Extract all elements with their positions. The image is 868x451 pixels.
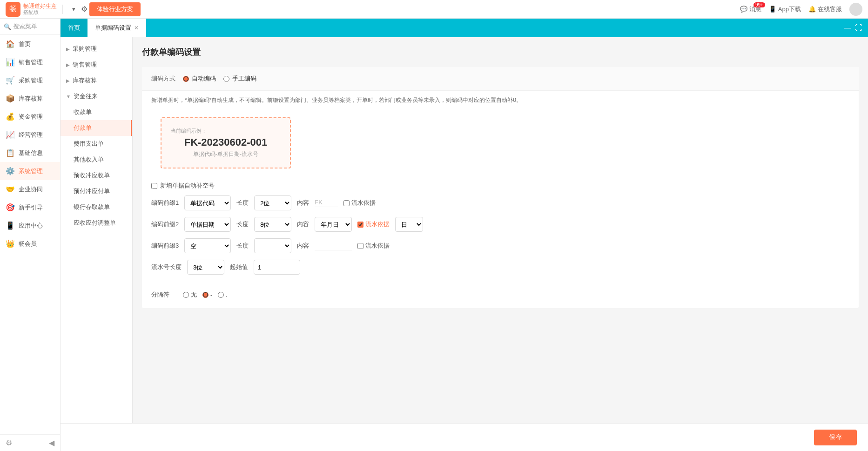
main-content: 付款单编码设置 编码方式 自动编码 手工编码 — [133, 37, 868, 423]
sub-menu-capital-title[interactable]: ▼ 资金往来 — [61, 88, 132, 104]
tab-minimize-icon[interactable]: — — [844, 24, 851, 32]
tab-home[interactable]: 首页 — [61, 19, 87, 37]
trial-button[interactable]: 体验行业方案 — [89, 2, 141, 16]
sub-menu-other-income[interactable]: 其他收入单 — [61, 152, 132, 168]
content3-label: 内容 — [297, 242, 309, 250]
sidebar-search[interactable]: 🔍 搜索菜单 — [0, 19, 60, 35]
prefix3-row: 编码前缀3 空 单据代码 部门 长度 内容 — [151, 238, 849, 253]
home-icon: 🏠 — [6, 40, 15, 48]
start-value-input[interactable] — [254, 260, 300, 275]
sep-none[interactable]: 无 — [183, 290, 197, 299]
content3-value — [315, 241, 352, 250]
bottom-collapse-icon[interactable]: ◀ — [49, 438, 54, 447]
preview-desc: 单据代码-单据日期-流水号 — [171, 150, 281, 158]
sep-dash-input[interactable] — [202, 292, 209, 298]
content2-select[interactable]: 年月日 年月 年 — [315, 217, 352, 232]
length2-label: 长度 — [236, 220, 249, 229]
online-service-item[interactable]: 🔔 在线客服 — [808, 5, 842, 13]
user-avatar[interactable] — [849, 3, 862, 16]
sidebar-item-enterprise[interactable]: 🤝 企业协同 — [0, 180, 60, 198]
topbar-dropdown[interactable]: ▾ — [68, 4, 79, 14]
info-text: 新增单据时，*单据编码*自动生成，不可编辑。前缀设置为部门、业务员等档案类，开单… — [142, 91, 859, 110]
sep-dash[interactable]: - — [202, 291, 212, 298]
length2-select[interactable]: 8位 4位 6位 — [254, 217, 291, 232]
tab-serial-settings[interactable]: 单据编码设置 ✕ — [87, 19, 146, 37]
page-title: 付款单编码设置 — [142, 47, 859, 58]
sidebar-item-member[interactable]: 👑 畅会员 — [0, 235, 60, 253]
content-wrapper: ▶ 采购管理 ▶ 销售管理 ▶ 库存核算 — [61, 37, 868, 423]
prefix2-select[interactable]: 单据日期 空 部门 — [184, 217, 231, 232]
sidebar-item-newguide[interactable]: 🎯 新手引导 — [0, 198, 60, 216]
serial-length-select[interactable]: 3位 4位 5位 — [187, 260, 224, 275]
radio-manual-input[interactable] — [223, 76, 229, 82]
sidebar-item-inventory[interactable]: 📦 库存核算 — [0, 89, 60, 108]
sub-menu-bank-deposit[interactable]: 银行存取款单 — [61, 199, 132, 215]
action-bar: 保存 — [61, 423, 868, 451]
sidebar-item-purchase[interactable]: 🛒 采购管理 — [0, 71, 60, 89]
prefix1-row: 编码前缀1 单据代码 空 部门 长度 2位 4位 6位 — [151, 195, 849, 210]
radio-manual[interactable]: 手工编码 — [223, 74, 256, 83]
serial-check1-input[interactable] — [343, 200, 350, 206]
sub-menu-prepay-pay[interactable]: 预付冲应付单 — [61, 183, 132, 199]
serial-check3[interactable]: 流水依据 — [357, 242, 390, 250]
auto-fill-checkbox[interactable] — [151, 183, 157, 189]
sidebar-item-finance[interactable]: 💰 资金管理 — [0, 108, 60, 126]
serial-check3-input[interactable] — [357, 243, 363, 249]
bottom-settings-icon[interactable]: ⚙ — [6, 438, 12, 447]
preview-current-label: 当前编码示例： — [171, 128, 281, 135]
tab-bar: 首页 单据编码设置 ✕ — ⛶ — [61, 19, 868, 37]
settings-card: 编码方式 自动编码 手工编码 — [142, 67, 859, 308]
sub-menu-expense[interactable]: 费用支出单 — [61, 136, 132, 152]
length1-select[interactable]: 2位 4位 6位 — [254, 195, 291, 210]
logo-icon: 畅 — [6, 2, 20, 17]
messages-item[interactable]: 💬 消息 99+ — [740, 5, 761, 13]
sep-dot[interactable]: . — [218, 291, 228, 298]
serial-check2[interactable]: 流水依据 — [357, 220, 390, 229]
sub-menu-receipt[interactable]: 收款单 — [61, 104, 132, 120]
sep-dot-input[interactable] — [218, 292, 224, 298]
topbar-right: 💬 消息 99+ 📱 App下载 🔔 在线客服 — [740, 3, 862, 16]
sidebar-item-sales[interactable]: 📊 销售管理 — [0, 53, 60, 71]
app-download-item[interactable]: 📱 App下载 — [769, 5, 801, 13]
sub-menu-ar-ap-adjust[interactable]: 应收应付调整单 — [61, 215, 132, 231]
sidebar-item-home[interactable]: 🏠 首页 — [0, 35, 60, 53]
day-select[interactable]: 日 月 年 — [395, 217, 423, 232]
sidebar-item-system[interactable]: ⚙️ 系统管理 — [0, 162, 60, 180]
appcenter-icon: 📱 — [6, 221, 15, 230]
prefix3-select[interactable]: 空 单据代码 部门 — [184, 238, 231, 253]
preview-container: 当前编码示例： FK-20230602-001 单据代码-单据日期-流水号 — [142, 110, 859, 180]
prefix1-select[interactable]: 单据代码 空 部门 — [184, 195, 231, 210]
tab-maximize-icon[interactable]: ⛶ — [855, 24, 862, 32]
topbar-divider — [62, 5, 63, 14]
serial-check1[interactable]: 流水依据 — [343, 199, 376, 207]
save-button[interactable]: 保存 — [814, 430, 857, 445]
serial-check2-input[interactable] — [357, 222, 363, 228]
auto-fill-row: 新增单据自动补空号 — [142, 180, 859, 195]
messages-badge: 99+ — [754, 2, 765, 7]
radio-auto-input[interactable] — [183, 76, 189, 82]
config-section: 编码前缀1 单据代码 空 部门 长度 2位 4位 6位 — [142, 195, 859, 290]
inventory-icon: 📦 — [6, 94, 15, 103]
sidebar-item-operations[interactable]: 📈 经营管理 — [0, 126, 60, 144]
dropdown-arrow-icon: ▾ — [72, 6, 75, 13]
serial-row: 流水号长度 3位 4位 5位 起始值 — [151, 260, 849, 275]
sidebar-item-appcenter[interactable]: 📱 应用中心 — [0, 216, 60, 235]
length3-select[interactable] — [254, 238, 291, 253]
sub-menu-inventory-title[interactable]: ▶ 库存核算 — [61, 73, 132, 88]
sub-menu-prepay-receive[interactable]: 预收冲应收单 — [61, 168, 132, 183]
separator-row: 分隔符 无 - . — [142, 290, 859, 308]
basic-icon: 📋 — [6, 148, 15, 157]
sidebar-item-basic[interactable]: 📋 基础信息 — [0, 144, 60, 162]
radio-auto[interactable]: 自动编码 — [183, 74, 216, 83]
prefix2-label: 编码前缀2 — [151, 220, 179, 229]
sub-menu-payment[interactable]: 付款单 — [61, 120, 132, 136]
member-icon: 👑 — [6, 239, 15, 248]
logo: 畅 畅通道好生意 搭配版 — [6, 2, 57, 17]
sep-none-input[interactable] — [183, 292, 189, 298]
settings-icon[interactable]: ⚙ — [81, 5, 87, 13]
tab-close-icon[interactable]: ✕ — [134, 25, 139, 31]
finance-icon: 💰 — [6, 112, 15, 121]
sub-menu-purchase-title[interactable]: ▶ 采购管理 — [61, 41, 132, 57]
purchase-arrow-icon: ▶ — [66, 47, 70, 52]
sub-menu-sales-title[interactable]: ▶ 销售管理 — [61, 57, 132, 73]
